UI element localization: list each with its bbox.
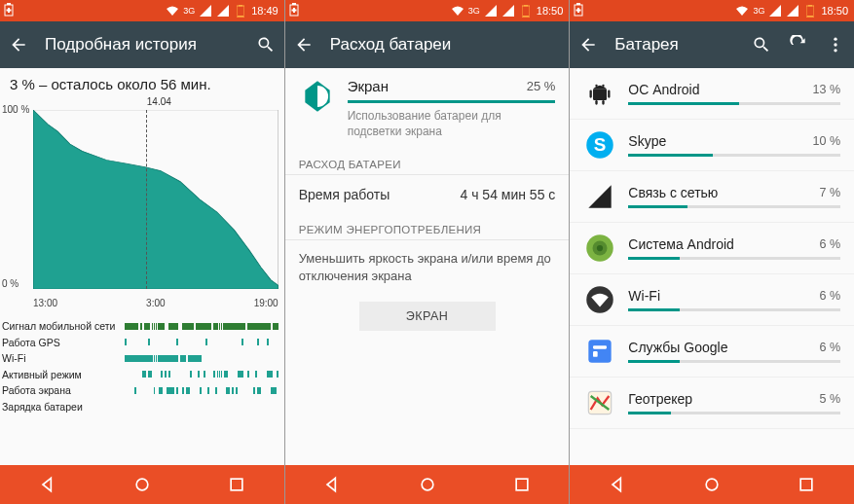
timeline-row: Зарядка батареи: [2, 399, 278, 415]
svg-point-28: [834, 38, 836, 41]
nav-back-icon[interactable]: [322, 475, 342, 494]
battery-list-item[interactable]: Службы Google6 %: [570, 326, 854, 378]
timeline-row: Работа экрана: [2, 382, 278, 399]
back-icon[interactable]: [577, 34, 599, 55]
status-bar: 3G 18:49: [0, 0, 284, 21]
svg-point-42: [597, 245, 603, 251]
marker-label: 14.04: [147, 96, 171, 107]
nav-bar: [0, 465, 284, 504]
battery-list-item[interactable]: Связь с сетью7 %: [570, 171, 854, 223]
toolbar-title: Батарея: [614, 35, 735, 54]
svg-rect-6: [238, 16, 243, 18]
nav-back-icon[interactable]: [608, 475, 627, 494]
svg-rect-12: [292, 3, 296, 5]
svg-point-30: [834, 49, 836, 52]
svg-rect-5: [239, 5, 242, 7]
item-bar: [628, 412, 840, 414]
skype-icon: S: [583, 128, 616, 162]
battery-icon: [519, 4, 533, 18]
svg-rect-49: [801, 479, 813, 490]
item-name: ОС Android: [628, 82, 699, 97]
usage-bar: [348, 100, 556, 103]
nav-home-icon[interactable]: [702, 475, 722, 494]
item-name: Wi-Fi: [628, 288, 660, 304]
system-icon: [583, 232, 616, 265]
signal-icon-2: [786, 4, 799, 18]
y-tick-top: 100 %: [2, 104, 29, 115]
uptime-value: 4 ч 54 мин 55 с: [460, 187, 555, 202]
summary-text: 3 % – осталось около 56 мин.: [0, 68, 284, 94]
overflow-icon[interactable]: [825, 34, 846, 55]
item-pct: 6 %: [819, 289, 840, 303]
item-bar: [628, 257, 840, 260]
signal-icon: [199, 4, 212, 18]
back-icon[interactable]: [293, 34, 315, 55]
svg-rect-22: [576, 3, 580, 5]
clock-label: 18:49: [251, 5, 278, 17]
timeline-label: Работа GPS: [2, 337, 125, 348]
svg-rect-44: [589, 340, 612, 362]
item-bar: [628, 154, 840, 157]
battery-plus-icon: [289, 3, 299, 18]
wifi-icon: [583, 283, 616, 316]
search-icon[interactable]: [751, 34, 772, 55]
timeline-label: Активный режим: [2, 369, 125, 380]
item-pct: 6 %: [819, 237, 840, 251]
refresh-icon[interactable]: [788, 34, 809, 55]
back-icon[interactable]: [8, 34, 29, 55]
timeline-row: Wi-Fi: [2, 350, 278, 367]
svg-rect-10: [231, 479, 242, 490]
svg-point-48: [706, 479, 718, 490]
battery-list-item[interactable]: ОС Android13 %: [570, 68, 854, 120]
app-name: Экран: [348, 78, 389, 94]
clock-label: 18:50: [537, 5, 564, 17]
nav-recent-icon[interactable]: [797, 475, 816, 494]
app-subtext: Использование батареи для подсветки экра…: [348, 109, 556, 139]
x-tick: 13:00: [33, 298, 57, 308]
timeline-row: Работа GPS: [2, 335, 278, 351]
toolbar-title: Подробная история: [45, 35, 240, 54]
svg-point-19: [422, 479, 433, 490]
app-pct: 25 %: [527, 79, 556, 93]
item-bar: [628, 360, 840, 363]
signal-icon: [768, 4, 782, 18]
svg-rect-31: [593, 89, 607, 100]
battery-list-item[interactable]: Wi-Fi6 %: [570, 274, 854, 326]
item-pct: 6 %: [819, 341, 840, 354]
nav-back-icon[interactable]: [38, 475, 57, 494]
wifi-icon: [166, 4, 179, 18]
timeline-label: Зарядка батареи: [2, 401, 125, 413]
timeline-row: Активный режим: [2, 367, 278, 383]
status-bar: 3G 18:50: [570, 0, 854, 21]
battery-list-item[interactable]: Система Android6 %: [570, 223, 854, 274]
screen-usage-detail: 3G 18:50 Расход батареи Экран 25 %: [285, 0, 570, 504]
network-label: 3G: [183, 6, 195, 16]
wifi-icon: [451, 4, 464, 18]
nav-recent-icon[interactable]: [227, 475, 246, 494]
item-pct: 7 %: [819, 186, 840, 199]
svg-point-9: [136, 479, 148, 490]
battery-list-item[interactable]: SSkype10 %: [570, 120, 854, 171]
timeline-label: Работа экрана: [2, 384, 125, 396]
signal-icon: [484, 4, 498, 18]
x-tick: 3:00: [146, 298, 165, 308]
timeline-bar: [125, 323, 278, 330]
item-pct: 13 %: [813, 83, 841, 96]
nav-recent-icon[interactable]: [512, 475, 532, 494]
screen-button[interactable]: ЭКРАН: [359, 302, 496, 331]
status-bar: 3G 18:50: [285, 0, 570, 21]
timeline-bar: [125, 355, 278, 362]
battery-list-item[interactable]: Геотрекер5 %: [570, 378, 854, 429]
timeline-bar: [125, 339, 278, 345]
wifi-icon: [735, 4, 749, 18]
search-icon[interactable]: [255, 34, 277, 55]
section-header: Режим энергопотребления: [285, 214, 570, 240]
signal-icon-2: [216, 4, 230, 18]
nav-home-icon[interactable]: [132, 475, 152, 494]
svg-rect-45: [593, 345, 607, 349]
svg-rect-35: [609, 90, 611, 98]
nav-home-icon[interactable]: [418, 475, 437, 494]
item-bar: [628, 102, 840, 105]
toolbar: Подробная история: [0, 21, 284, 68]
timeline-bar: [125, 403, 278, 410]
